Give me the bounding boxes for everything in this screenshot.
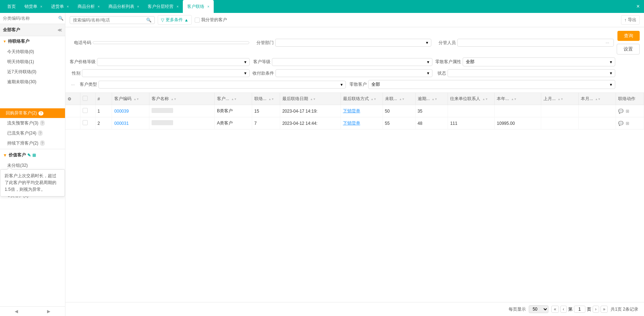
filter-manager-select[interactable]: ··· xyxy=(457,39,614,47)
row-action-0[interactable]: 💬 ⊞ xyxy=(616,105,644,117)
sidebar-item-churn-warning[interactable]: 流失预警客户(3) ? xyxy=(0,118,65,128)
sidebar-right-arrow[interactable]: ▶ xyxy=(47,309,50,314)
last-method-sort-icon[interactable]: ▲▼ xyxy=(371,98,376,101)
sidebar-collapse-icon[interactable]: ≪ xyxy=(57,28,62,33)
filter-payment-select[interactable]: ▾ xyxy=(275,69,432,77)
row-last-method-1[interactable]: 下销货单 xyxy=(340,117,383,129)
manager-more-icon[interactable]: ··· xyxy=(604,40,611,45)
nav-tab-analysis-list[interactable]: 商品分析列表 × xyxy=(104,0,144,13)
contact-sort-icon[interactable]: ▲▼ xyxy=(268,98,274,101)
sidebar-item-tomorrow[interactable]: 明天待联络(1) xyxy=(0,57,65,67)
sidebar-group-pending[interactable]: ▼ 待联络客户 xyxy=(0,36,65,47)
filter-gender-select[interactable]: ▾ xyxy=(82,69,250,77)
prev-page-button[interactable]: ‹ xyxy=(560,306,567,313)
row-last-method-0[interactable]: 下销货单 xyxy=(340,105,383,117)
setting-button[interactable]: 设置 xyxy=(617,44,640,55)
value-customer-setting-icon[interactable]: ⊞ xyxy=(32,153,36,158)
nav-tab-home[interactable]: 首页 xyxy=(3,0,20,13)
close-purchase-tab[interactable]: × xyxy=(67,5,69,9)
more-filter-button[interactable]: ▽ 更多条件 ▲ xyxy=(158,15,192,25)
year-amount-sort-icon[interactable]: ▲▼ xyxy=(511,98,517,101)
action-grid-icon-0[interactable]: ⊞ xyxy=(626,109,629,114)
filter-price-level-select[interactable]: ▾ xyxy=(97,58,250,66)
main-search-icon[interactable]: 🔍 xyxy=(146,18,152,23)
sidebar-item-today[interactable]: 今天待联络(0) xyxy=(0,47,65,57)
more-filter-dots[interactable]: ··· xyxy=(70,82,76,87)
type-sort-icon[interactable]: ▲▼ xyxy=(231,98,237,101)
settings-icon[interactable]: ⚙ xyxy=(68,96,71,102)
first-page-button[interactable]: « xyxy=(551,306,559,313)
value-customer-edit-icon[interactable]: ✎ xyxy=(27,153,31,158)
this-month-sort-icon[interactable]: ▲▼ xyxy=(595,98,601,101)
row-checkbox-0[interactable] xyxy=(83,108,88,113)
nav-tab-purchase[interactable]: 进货单 × xyxy=(47,0,73,13)
last-date-sort-icon[interactable]: ▲▼ xyxy=(310,98,316,101)
nav-tab-sales[interactable]: 销货单 × xyxy=(20,0,47,13)
col-this-month-header[interactable]: 本月... ▲▼ xyxy=(579,93,616,105)
close-analysis-tab[interactable]: × xyxy=(98,5,100,9)
col-partner-header[interactable]: 往来单位联系人 ▲▼ xyxy=(448,93,495,105)
filter-retail-attr-select[interactable]: 全部 ▾ xyxy=(463,57,615,66)
col-last-month-header[interactable]: 上月... ▲▼ xyxy=(541,93,579,105)
page-number-input[interactable] xyxy=(574,306,585,313)
row-settings-1[interactable] xyxy=(65,117,80,129)
action-chat-icon-1[interactable]: 💬 xyxy=(618,121,624,126)
sidebar-item-overdue[interactable]: 逾期未联络(30) xyxy=(0,77,65,87)
filter-customer-level-select[interactable]: ▾ xyxy=(272,58,432,66)
col-type-header[interactable]: 客户... ▲▼ xyxy=(215,93,252,105)
close-sales-tab[interactable]: × xyxy=(40,5,42,9)
name-sort-icon[interactable]: ▲▼ xyxy=(171,98,177,101)
close-segment-tab[interactable]: × xyxy=(176,5,179,9)
col-last-date-header[interactable]: 最后联络日期 ▲▼ xyxy=(280,93,340,105)
col-contact-header[interactable]: 联络... ▲▼ xyxy=(252,93,280,105)
col-overdue-header[interactable]: 逾期... ▲▼ xyxy=(415,93,448,105)
close-analysis-list-tab[interactable]: × xyxy=(137,5,139,9)
partner-sort-icon[interactable]: ▲▼ xyxy=(482,98,488,101)
nav-tab-analysis[interactable]: 商品分析 × xyxy=(73,0,104,13)
row-code-1[interactable]: 000031 xyxy=(112,117,149,129)
nav-tab-customer-contact[interactable]: 客户联络 × xyxy=(183,0,214,13)
sidebar-all-customers-header[interactable]: 全部客户 ≪ xyxy=(0,24,65,36)
action-grid-icon-1[interactable]: ⊞ xyxy=(626,121,629,126)
row-action-1[interactable]: 💬 ⊞ xyxy=(616,117,644,129)
col-last-method-header[interactable]: 最后联络方式 ▲▼ xyxy=(340,93,383,105)
close-contact-tab[interactable]: × xyxy=(207,5,209,9)
sidebar-search-icon[interactable]: 🔍 xyxy=(58,16,64,21)
close-window-button[interactable]: × xyxy=(636,3,640,10)
sidebar-item-churned[interactable]: 已流失客户(24) ? xyxy=(0,128,65,138)
col-settings-header[interactable]: ⚙ xyxy=(65,93,80,105)
col-unreached-header[interactable]: 未联... ▲▼ xyxy=(383,93,415,105)
code-sort-icon[interactable]: ▲▼ xyxy=(134,98,139,101)
page-size-select[interactable]: 50 20 100 xyxy=(529,305,548,313)
export-button[interactable]: ↑ 导出 xyxy=(621,15,640,25)
filter-customer-type-select[interactable]: ▾ xyxy=(98,81,346,89)
row-code-0[interactable]: 000039 xyxy=(112,105,149,117)
my-customer-checkbox-wrap[interactable]: 我分管的客户 xyxy=(195,17,227,23)
filter-status-select[interactable]: ▾ xyxy=(448,69,615,77)
sidebar-item-declining[interactable]: 持续下滑客户(2) ? xyxy=(0,138,65,148)
sidebar-left-arrow[interactable]: ◀ xyxy=(15,309,18,314)
last-month-sort-icon[interactable]: ▲▼ xyxy=(558,98,564,101)
query-button[interactable]: 查询 xyxy=(617,31,640,41)
row-checkbox-1[interactable] xyxy=(83,120,88,125)
col-name-header[interactable]: 客户名称 ▲▼ xyxy=(149,93,215,105)
last-page-button[interactable]: » xyxy=(601,306,608,313)
sidebar-search-input[interactable] xyxy=(3,16,57,21)
row-settings-0[interactable] xyxy=(65,105,80,117)
my-customer-checkbox[interactable] xyxy=(195,18,200,23)
row-check-1[interactable] xyxy=(80,117,96,129)
col-year-amount-header[interactable]: 本年... ▲▼ xyxy=(495,93,541,105)
row-check-0[interactable] xyxy=(80,105,96,117)
filter-phone-input[interactable] xyxy=(93,41,249,44)
nav-tab-customer-segment[interactable]: 客户分层经营 × xyxy=(143,0,183,13)
main-search-input[interactable] xyxy=(73,18,145,23)
unreached-sort-icon[interactable]: ▲▼ xyxy=(399,98,405,101)
action-chat-icon-0[interactable]: 💬 xyxy=(618,109,624,114)
next-page-button[interactable]: › xyxy=(593,306,599,313)
overdue-sort-icon[interactable]: ▲▼ xyxy=(432,98,437,101)
sidebar-item-7days[interactable]: 近7天待联络(0) xyxy=(0,67,65,77)
filter-dept-select[interactable]: ▾ xyxy=(275,39,432,47)
select-all-checkbox[interactable] xyxy=(83,96,88,101)
col-check-header[interactable] xyxy=(80,93,96,105)
filter-retail-customer-select[interactable]: 全部 ▾ xyxy=(368,80,616,89)
